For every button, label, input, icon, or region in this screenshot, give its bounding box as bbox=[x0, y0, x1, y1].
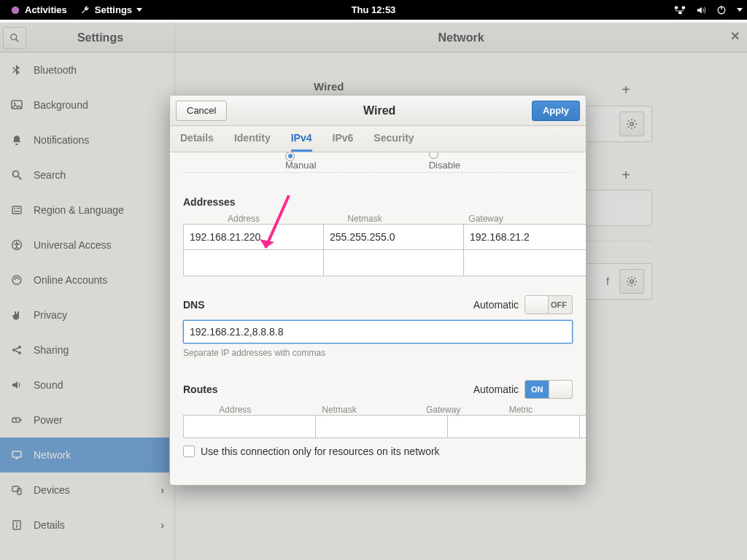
wired-settings-button[interactable] bbox=[619, 112, 644, 136]
top-panel: Activities Settings Thu 12:53 bbox=[0, 0, 747, 20]
app-menu[interactable]: Settings bbox=[74, 0, 148, 20]
add-connection-button[interactable]: + bbox=[622, 167, 630, 184]
svg-line-11 bbox=[18, 176, 21, 179]
sidebar-item-label: Bluetooth bbox=[34, 64, 77, 76]
chevron-down-icon bbox=[136, 8, 142, 12]
tab-ipv6[interactable]: IPv6 bbox=[333, 126, 354, 152]
volume-icon[interactable] bbox=[696, 5, 706, 15]
sidebar-item-label: Devices bbox=[34, 484, 70, 496]
sidebar-item-search[interactable]: Search bbox=[0, 158, 174, 192]
only-resources-row[interactable]: Use this connection only for resources o… bbox=[183, 446, 573, 457]
sidebar-title: Settings bbox=[26, 31, 174, 44]
sidebar-item-devices[interactable]: Devices› bbox=[0, 472, 174, 508]
row3-settings-button[interactable] bbox=[619, 269, 644, 294]
routes-label: Routes bbox=[183, 384, 217, 395]
routes-automatic-label: Automatic bbox=[473, 384, 519, 395]
svg-point-17 bbox=[16, 241, 18, 244]
tab-ipv4[interactable]: IPv4 bbox=[291, 126, 312, 152]
settings-sidebar[interactable]: BluetoothBackgroundNotificationsSearchRe… bbox=[0, 52, 175, 560]
row3-suffix: f bbox=[606, 276, 609, 287]
sidebar-item-label: Online Accounts bbox=[34, 274, 107, 286]
clock-label: Thu 12:53 bbox=[352, 4, 396, 15]
netmask-input[interactable] bbox=[324, 224, 464, 250]
sidebar-item-region-language[interactable]: Region & Language bbox=[0, 192, 174, 228]
sidebar-item-privacy[interactable]: Privacy bbox=[0, 298, 174, 332]
sidebar-item-sound[interactable]: Sound bbox=[0, 368, 174, 402]
gnome-foot-icon bbox=[10, 5, 20, 15]
gateway-input[interactable] bbox=[464, 224, 586, 250]
dialog-tabs: DetailsIdentityIPv4IPv6Security bbox=[170, 126, 586, 152]
close-button[interactable]: ✕ bbox=[730, 29, 740, 43]
svg-rect-15 bbox=[14, 211, 20, 211]
sidebar-item-online-accounts[interactable]: Online Accounts bbox=[0, 262, 174, 298]
gear-icon bbox=[626, 276, 638, 287]
ipv4-method-row: Manual Disable bbox=[183, 152, 573, 173]
tab-identity[interactable]: Identity bbox=[234, 126, 271, 152]
sidebar-item-details[interactable]: Details› bbox=[0, 508, 174, 542]
power-icon[interactable] bbox=[716, 5, 727, 15]
activities-button[interactable]: Activities bbox=[4, 0, 73, 20]
dns-label: DNS bbox=[183, 299, 205, 311]
app-menu-label: Settings bbox=[95, 4, 132, 15]
sidebar-item-bluetooth[interactable]: Bluetooth bbox=[0, 52, 174, 88]
sidebar-item-notifications[interactable]: Notifications bbox=[0, 122, 174, 158]
dns-automatic-switch[interactable]: OFF bbox=[525, 295, 573, 314]
clock[interactable]: Thu 12:53 bbox=[346, 0, 402, 20]
svg-rect-2 bbox=[678, 11, 681, 14]
chevron-down-icon[interactable] bbox=[737, 8, 743, 12]
globe-icon bbox=[10, 203, 23, 217]
svg-point-32 bbox=[630, 280, 633, 283]
sidebar-item-label: Region & Language bbox=[34, 204, 124, 216]
method-manual[interactable]: Manual bbox=[285, 152, 327, 171]
col-gateway: Gateway bbox=[425, 214, 546, 224]
dns-automatic-label: Automatic bbox=[473, 299, 519, 311]
svg-point-20 bbox=[12, 349, 15, 351]
dns-hint: Separate IP addresses with commas bbox=[183, 348, 573, 358]
route-netmask-input[interactable] bbox=[316, 415, 448, 438]
sidebar-item-sharing[interactable]: Sharing bbox=[0, 332, 174, 368]
tab-security[interactable]: Security bbox=[374, 126, 414, 152]
route-metric-input[interactable] bbox=[580, 415, 586, 438]
svg-point-29 bbox=[16, 522, 18, 524]
info-icon bbox=[10, 518, 23, 532]
svg-point-21 bbox=[18, 351, 21, 354]
sidebar-item-universal-access[interactable]: Universal Access bbox=[0, 228, 174, 262]
address-input-empty[interactable] bbox=[183, 250, 324, 276]
netmask-input-empty[interactable] bbox=[324, 250, 464, 276]
routes-automatic-switch[interactable]: ON bbox=[525, 380, 573, 399]
sidebar-item-network[interactable]: Network bbox=[0, 438, 174, 472]
sidebar-item-background[interactable]: Background bbox=[0, 88, 174, 122]
svg-rect-24 bbox=[12, 451, 21, 457]
bluetooth-icon bbox=[10, 63, 23, 77]
connection-editor-dialog: Cancel Wired Apply DetailsIdentityIPv4IP… bbox=[169, 95, 587, 486]
route-address-input[interactable] bbox=[183, 415, 316, 438]
sidebar-item-power[interactable]: Power bbox=[0, 402, 174, 438]
radio-icon bbox=[429, 152, 438, 159]
sidebar-item-label: Network bbox=[34, 449, 71, 461]
gear-icon bbox=[626, 118, 638, 130]
svg-rect-12 bbox=[12, 206, 21, 214]
apply-button[interactable]: Apply bbox=[532, 101, 580, 121]
svg-rect-14 bbox=[17, 208, 20, 209]
gateway-input-empty[interactable] bbox=[464, 250, 586, 276]
svg-rect-1 bbox=[675, 6, 678, 9]
svg-rect-30 bbox=[16, 524, 17, 528]
dns-servers-input[interactable] bbox=[183, 320, 573, 343]
address-input[interactable] bbox=[183, 224, 324, 250]
sidebar-item-label: Power bbox=[34, 414, 63, 426]
route-gateway-input[interactable] bbox=[448, 415, 580, 438]
dialog-title: Wired bbox=[363, 104, 395, 117]
svg-rect-3 bbox=[682, 6, 685, 9]
cancel-button[interactable]: Cancel bbox=[176, 101, 227, 121]
network-status-icon[interactable] bbox=[674, 5, 686, 15]
search-button[interactable] bbox=[3, 27, 26, 49]
hand-icon bbox=[10, 308, 23, 322]
add-wired-button[interactable]: + bbox=[622, 82, 630, 98]
method-disable[interactable]: Disable bbox=[429, 152, 471, 171]
wired-section-title: Wired bbox=[314, 80, 344, 93]
tab-details[interactable]: Details bbox=[180, 126, 214, 152]
svg-point-31 bbox=[630, 122, 633, 125]
sidebar-item-label: Universal Access bbox=[34, 239, 112, 251]
col-address: Address bbox=[183, 214, 304, 224]
col-netmask: Netmask bbox=[304, 214, 425, 224]
